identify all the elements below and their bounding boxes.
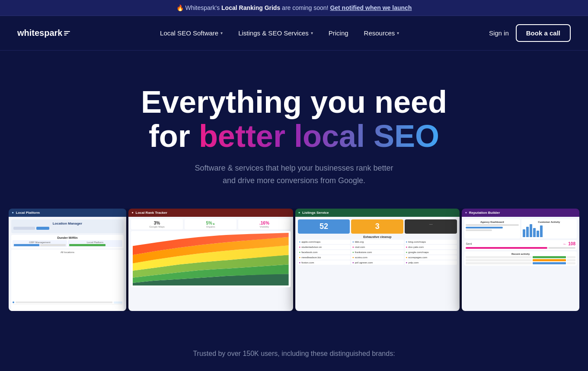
- listings-stat3: —: [409, 222, 453, 226]
- spark-icon: [64, 31, 70, 35]
- screenshot-label-4: Reputation Builder: [469, 211, 500, 215]
- nav-link-pricing[interactable]: Pricing: [323, 26, 355, 40]
- filter-row: [13, 227, 121, 230]
- screenshot-listings: ■ Listings Service 52 3 — Exhaus: [295, 209, 460, 311]
- hero-word-seo: SEO: [374, 119, 439, 153]
- platform-badge: ■: [12, 211, 14, 214]
- screenshot-local-platform: ■ Local Platform Location Manager Dunder…: [9, 209, 126, 311]
- tracker-badge: ■: [132, 211, 134, 214]
- reputation-stat-row: Sent ← 108: [464, 240, 577, 250]
- screenshot-header-2: ■ Local Rank Tracker: [128, 209, 293, 217]
- screenshot-label-1: Local Platform: [16, 211, 40, 215]
- screenshot-rank-tracker: ■ Local Rank Tracker 3% Google Maps 5%▲ …: [128, 209, 293, 311]
- hero-word-local: local: [294, 119, 365, 153]
- locations-list: All locations {["Dunder Mifflin Paper","…: [11, 250, 124, 311]
- screenshot-header-1: ■ Local Platform: [9, 209, 126, 217]
- screenshot-label-2: Local Rank Tracker: [136, 211, 167, 215]
- dunder-mifflin-row: Dunder Mifflin GBP Management Local Plat…: [11, 235, 124, 248]
- listings-badge: ■: [299, 211, 300, 214]
- book-call-button[interactable]: Book a call: [516, 24, 571, 42]
- nav-label-pricing: Pricing: [329, 29, 348, 37]
- location-manager-header: Location Manager: [11, 219, 124, 233]
- fire-emoji: 🔥: [176, 4, 184, 11]
- location-manager-title: Location Manager: [13, 222, 121, 225]
- hero-section: Everything you need for better local SEO…: [0, 51, 588, 333]
- announcement-link[interactable]: Get notified when we launch: [330, 4, 412, 11]
- announcement-bold: Local Ranking Grids: [221, 4, 280, 11]
- chevron-down-icon: ▾: [220, 31, 223, 35]
- chevron-down-icon: ▾: [397, 31, 399, 35]
- listings-stats: 52 3 —: [298, 219, 457, 234]
- screenshot-header-3: ■ Listings Service: [295, 209, 460, 217]
- nav-link-listings[interactable]: Listings & SEO Services ▾: [232, 26, 319, 40]
- hero-subtitle-line1: Software & services that help your busin…: [195, 164, 393, 172]
- sign-in-link[interactable]: Sign in: [489, 29, 509, 37]
- listings-count2: 3: [355, 222, 399, 231]
- reputation-panels: Agency Dashboard Customer Activity: [464, 219, 577, 238]
- listings-cleanup-label: Exhaustive cleanup: [298, 235, 457, 238]
- nav-actions: Sign in Book a call: [489, 24, 571, 42]
- listings-count1: 52: [302, 222, 346, 231]
- nav-label-listings: Listings & SEO Services: [238, 29, 309, 37]
- nav-item-pricing[interactable]: Pricing: [323, 26, 355, 40]
- screenshots-row: ■ Local Platform Location Manager Dunder…: [9, 209, 579, 311]
- nav-link-resources[interactable]: Resources ▾: [358, 26, 406, 40]
- reputation-activity: Recent activity: [464, 251, 577, 266]
- nav-label-seo-software: Local SEO Software: [160, 29, 218, 37]
- screenshot-body-2: 3% Google Maps 5%▲ Organic .16% Visibili…: [128, 217, 293, 311]
- hero-line2: for better local SEO: [9, 119, 579, 153]
- trusted-section: Trusted by over 150K users, including th…: [0, 333, 588, 371]
- screenshot-header-4: ■ Reputation Builder: [462, 209, 579, 217]
- nav-link-seo-software[interactable]: Local SEO Software ▾: [154, 26, 229, 40]
- logo[interactable]: whitespark: [17, 28, 70, 38]
- hero-word-better: better: [199, 119, 285, 153]
- nav-item-listings[interactable]: Listings & SEO Services ▾: [232, 26, 319, 40]
- hero-word-for: for: [149, 119, 190, 153]
- logo-text: whitespark: [17, 28, 62, 38]
- reputation-badge: ■: [465, 211, 467, 214]
- main-nav: whitespark Local SEO Software ▾ Listings…: [0, 16, 588, 51]
- screenshot-body-4: Agency Dashboard Customer Activity: [462, 217, 579, 311]
- announcement-bar: 🔥 Whitespark's Local Ranking Grids are c…: [0, 0, 588, 16]
- nav-label-resources: Resources: [364, 29, 395, 37]
- listings-grid: ● apple.com/maps ● bbb.org ● bing.com/ma…: [298, 240, 457, 265]
- hero-subtitle: Software & services that help your busin…: [9, 162, 579, 187]
- hero-headline: Everything you need for better local SEO: [9, 85, 579, 153]
- screenshot-reputation: ■ Reputation Builder Agency Dashboard Cu…: [462, 209, 579, 311]
- hero-line1: Everything you need: [9, 85, 579, 119]
- trusted-label: Trusted by over 150K users, including th…: [9, 350, 579, 358]
- announcement-text-after: are coming soon!: [282, 4, 330, 11]
- chevron-down-icon: ▾: [311, 31, 313, 35]
- rank-chart: [131, 231, 291, 287]
- screenshot-label-3: Listings Service: [302, 211, 329, 215]
- tracker-stats: 3% Google Maps 5%▲ Organic .16% Visibili…: [131, 219, 291, 229]
- announcement-text: Whitespark's: [185, 4, 221, 11]
- hero-subtitle-line2: and drive more conversions from Google.: [223, 176, 365, 185]
- nav-item-resources[interactable]: Resources ▾: [358, 26, 406, 40]
- screenshot-body-1: Location Manager Dunder Mifflin GBP Mana…: [9, 217, 126, 311]
- nav-links: Local SEO Software ▾ Listings & SEO Serv…: [154, 26, 405, 40]
- screenshot-body-3: 52 3 — Exhaustive cleanup ● apple.com/ma…: [295, 217, 460, 311]
- nav-item-seo-software[interactable]: Local SEO Software ▾: [154, 26, 229, 40]
